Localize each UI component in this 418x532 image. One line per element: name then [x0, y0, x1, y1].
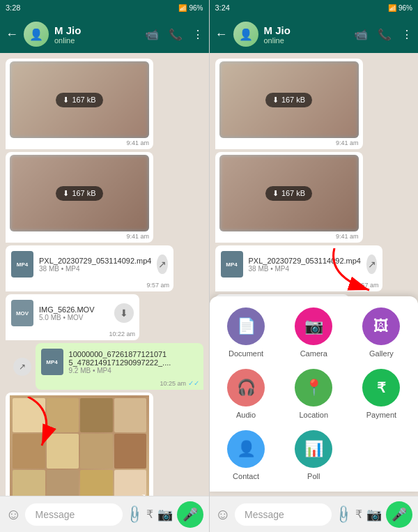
message-file3: MP4 10000000_67261877121071 5_4782149171…	[36, 343, 203, 390]
message-ticks: ✓✓	[188, 379, 199, 387]
msg-time-file1: 9:57 am	[10, 282, 169, 289]
file-info-1: PXL_20230729_053114092.mp4 38 MB • MP4	[39, 257, 151, 273]
audio-label: Audio	[236, 411, 256, 419]
msg-time-1-right: 9:41 am	[219, 139, 359, 146]
camera-icon-circle: 📷	[295, 307, 332, 345]
mic-button-right[interactable]: 🎤	[386, 501, 412, 528]
contact-icon-circle: 👤	[227, 430, 265, 468]
attach-item-payment[interactable]: ₹ Payment	[353, 369, 410, 419]
chat-area-left: ⬇ 167 kB 9:41 am ⬇ 167 kB 9:41 am MP4	[0, 53, 209, 496]
avatar-left: 👤	[24, 22, 49, 47]
file-share-1[interactable]: ↗	[157, 254, 167, 274]
location-label: Location	[299, 411, 328, 419]
right-panel: 3:24 📶 96% ← 👤 M Jio online 📹 📞 ⋮ ⬇	[210, 0, 419, 532]
file-icon-1: MP4	[11, 251, 33, 278]
file-name-3: 10000000_67261877121071 5_47821491712909…	[69, 350, 198, 367]
attach-button-right[interactable]: 📎	[332, 503, 354, 525]
video-call-icon-left[interactable]: 📹	[145, 28, 159, 41]
attachment-menu: 📄 Document 📷 Camera 🖼 Gallery 🎧 Audio 📍	[210, 296, 419, 492]
input-bar-left: ☺ Message 📎 ₹ 📷 🎤	[0, 496, 209, 532]
attach-item-contact[interactable]: 👤 Contact	[218, 430, 274, 480]
gallery-label: Gallery	[369, 349, 394, 358]
video-thumb-2-right: ⬇ 167 kB	[219, 155, 359, 231]
attach-item-audio[interactable]: 🎧 Audio	[218, 369, 274, 419]
message-video1: ⬇ 167 kB 9:41 am	[6, 59, 153, 149]
header-info-right: M Jio online	[264, 24, 349, 45]
download-badge-2-right: ⬇ 167 kB	[265, 186, 312, 201]
video-call-icon-right[interactable]: 📹	[354, 28, 368, 41]
download-size-2: 167 kB	[72, 189, 95, 197]
file-size-3: 9.2 MB • MP4	[69, 367, 198, 374]
file-size-1: 38 MB • MP4	[39, 265, 151, 273]
battery-text-right: 96%	[398, 4, 412, 12]
attach-item-poll[interactable]: 📊 Poll	[286, 430, 342, 480]
message-video1-right: ⬇ 167 kB 9:41 am	[215, 59, 363, 149]
left-panel: 3:28 📶 96% ← 👤 M Jio online 📹 📞 ⋮ ⬇	[0, 0, 209, 532]
more-options-icon-right[interactable]: ⋮	[401, 28, 412, 41]
message-file2: MOV IMG_5626.MOV 5.0 MB • MOV ⬇ 10:22 am	[6, 294, 139, 340]
signal-icon: 📶	[178, 4, 187, 12]
message-placeholder-right: Message	[245, 509, 284, 520]
payment-label: Payment	[366, 411, 396, 419]
camera-button-left[interactable]: 📷	[157, 507, 173, 522]
back-button-right[interactable]: ←	[215, 27, 228, 42]
input-bar-right: ☺ Message 📎 ₹ 📷 🎤	[210, 496, 419, 532]
status-icons-left: 📶 96%	[178, 4, 203, 12]
emoji-button-right[interactable]: ☺	[215, 506, 231, 524]
poll-icon-circle: 📊	[295, 430, 332, 468]
chat-header-left: ← 👤 M Jio online 📹 📞 ⋮	[0, 15, 209, 53]
msg-time-2-right: 9:41 am	[219, 233, 359, 240]
msg-time-1: 9:41 am	[10, 139, 149, 146]
status-bar-left: 3:28 📶 96%	[0, 0, 209, 15]
time-right: 3:24	[215, 3, 230, 12]
file-download-2[interactable]: ⬇	[114, 303, 134, 323]
attach-item-location[interactable]: 📍 Location	[286, 369, 342, 419]
file-icon-3: MP4	[41, 349, 63, 375]
message-video2-right: ⬇ 167 kB 9:41 am	[215, 152, 363, 243]
mic-button-left[interactable]: 🎤	[177, 501, 203, 528]
message-placeholder-left: Message	[35, 509, 75, 520]
video-thumb-1: ⬇ 167 kB	[10, 61, 149, 138]
message-input-right[interactable]: Message	[235, 503, 332, 526]
contact-name-right: M Jio	[264, 24, 349, 36]
video-thumb-1-right: ⬇ 167 kB	[219, 61, 359, 138]
msg-time-file3: 10:25 am ✓✓	[40, 379, 199, 387]
message-file1: MP4 PXL_20230729_053114092.mp4 38 MB • M…	[6, 245, 173, 291]
red-arrow-right	[327, 248, 383, 300]
time-left: 3:28	[6, 3, 20, 12]
camera-button-right[interactable]: 📷	[366, 507, 382, 522]
status-bar-right: 3:24 📶 96%	[210, 0, 419, 15]
rupee-button-right[interactable]: ₹	[355, 508, 362, 521]
more-options-icon-left[interactable]: ⋮	[192, 28, 203, 41]
attach-item-camera[interactable]: 📷 Camera	[286, 307, 342, 358]
contact-status-right: online	[264, 36, 349, 45]
attach-item-gallery[interactable]: 🖼 Gallery	[353, 307, 410, 358]
phone-icon-left[interactable]: 📞	[169, 28, 183, 41]
emoji-button-left[interactable]: ☺	[6, 506, 21, 524]
download-icon-1: ⬇	[63, 96, 69, 105]
header-icons-left: 📹 📞 ⋮	[145, 28, 203, 41]
message-input-left[interactable]: Message	[25, 503, 122, 526]
back-button-left[interactable]: ←	[6, 27, 18, 42]
message-video2: ⬇ 167 kB 9:41 am	[6, 152, 153, 243]
signal-icon-right: 📶	[388, 4, 396, 12]
avatar-right: 👤	[233, 22, 258, 47]
status-icons-right: 📶 96%	[388, 4, 412, 12]
location-icon-circle: 📍	[295, 369, 332, 406]
file-icon-2: MOV	[11, 300, 33, 326]
document-icon-circle: 📄	[227, 307, 265, 345]
attach-item-document[interactable]: 📄 Document	[218, 307, 274, 358]
file-name-2: IMG_5626.MOV	[39, 305, 109, 314]
attach-button-left[interactable]: 📎	[123, 503, 145, 525]
download-badge-2: ⬇ 167 kB	[56, 186, 102, 201]
phone-icon-right[interactable]: 📞	[378, 28, 392, 41]
payment-icon-circle: ₹	[362, 369, 400, 406]
poll-label: Poll	[307, 472, 320, 480]
message-file3-container: ↗ MP4 10000000_67261877121071 5_47821491…	[6, 343, 203, 390]
document-label: Document	[229, 349, 263, 358]
red-arrow-left	[21, 397, 63, 455]
expand-icon: ⤢	[137, 491, 146, 496]
forward-btn-3[interactable]: ↗	[13, 358, 31, 376]
audio-icon-circle: 🎧	[227, 369, 265, 406]
rupee-button-left[interactable]: ₹	[146, 508, 153, 521]
